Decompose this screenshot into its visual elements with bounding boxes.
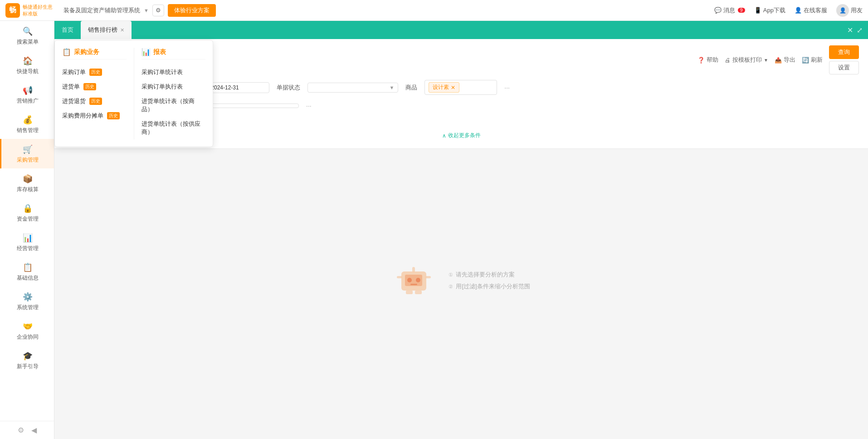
tab-sales-ranking[interactable]: 销售排行榜 ✕ — [81, 21, 132, 39]
tab-close-all-btn[interactable]: ✕ — [847, 26, 853, 35]
message-badge: 9 — [738, 8, 745, 13]
online-service-btn[interactable]: 👤 在线客服 — [795, 6, 827, 15]
hist-badge-2: 历史 — [83, 83, 96, 90]
avatar: 👤 — [836, 4, 849, 17]
goods-tag-close[interactable]: ✕ — [451, 84, 455, 91]
voucher-status-dropdown[interactable]: ▼ — [389, 85, 394, 90]
print-icon: 🖨 — [725, 57, 731, 64]
tab-bar-right: ✕ ⤢ — [847, 26, 868, 35]
message-icon: 💬 — [714, 7, 722, 14]
goods-dots[interactable]: ··· — [504, 84, 510, 91]
tip-num-1: ① — [449, 270, 453, 280]
dropdown-business-title: 📋 采购业务 — [62, 48, 127, 59]
sidebar-item-basic[interactable]: 📋 基础信息 — [0, 257, 54, 286]
operations-icon: 📊 — [23, 233, 33, 243]
purchase-icon: 🛒 — [23, 144, 33, 154]
svg-rect-6 — [397, 276, 402, 278]
svg-point-3 — [416, 278, 420, 282]
logo: 畅 畅捷通好生意 标准版 — [5, 3, 60, 18]
tab-home[interactable]: 首页 — [54, 21, 81, 39]
menu-purchase-order[interactable]: 采购订单 历史 — [62, 65, 127, 79]
sidebar-item-operations[interactable]: 📊 经营管理 — [0, 227, 54, 257]
sidebar-item-marketing[interactable]: 📢 营销推广 — [0, 80, 54, 109]
tip-text-1: 请先选择要分析的方案 — [456, 269, 515, 281]
marketing-icon: 📢 — [23, 85, 33, 95]
sidebar-item-system[interactable]: ⚙️ 系统管理 — [0, 286, 54, 316]
tab-close-icon[interactable]: ✕ — [120, 27, 124, 33]
empty-illustration — [392, 260, 438, 301]
refresh-btn[interactable]: 🔄 刷新 — [802, 56, 823, 64]
sidebar-bottom: ⚙ ◀ — [0, 421, 54, 439]
logo-icon: 畅 — [5, 3, 20, 18]
settings-btn[interactable]: 设置 — [829, 61, 859, 74]
dropdown-col-business: 📋 采购业务 采购订单 历史 进货单 历史 进货退货 历史 采购费用分摊单 历史 — [55, 48, 134, 139]
dropdown-col-report: 📊 报表 采购订单统计表 采购订单执行表 进货单统计表（按商品） 进货单统计表（… — [134, 48, 213, 139]
service-icon: 👤 — [795, 7, 802, 14]
tip-text-2: 用[过滤]条件来缩小分析范围 — [456, 281, 530, 292]
export-icon: 📤 — [775, 57, 782, 64]
enterprise-icon: 🤝 — [23, 321, 33, 331]
sidebar-item-purchase[interactable]: 🛒 采购管理 — [0, 139, 54, 168]
sidebar-collapse-btn[interactable]: ◀ — [31, 426, 37, 434]
report-title-icon: 📊 — [141, 48, 151, 56]
help-btn[interactable]: ❓ 帮助 — [697, 56, 718, 64]
svg-rect-4 — [410, 284, 417, 285]
tab-home-label: 首页 — [62, 26, 73, 34]
print-btn[interactable]: 🖨 按模板打印 ▼ — [725, 56, 768, 64]
basic-icon: 📋 — [23, 262, 33, 272]
date-end-input[interactable] — [206, 82, 269, 93]
topbar-title: 装备及固定资产辅助管理系统 ▼ ⚙ 体验行业方案 — [63, 4, 714, 17]
topbar-settings-btn[interactable]: ⚙ — [152, 5, 164, 16]
menu-inbound[interactable]: 进货单 历史 — [62, 79, 127, 94]
sidebar-settings-btn[interactable]: ⚙ — [18, 426, 24, 434]
sidebar: 🔍 搜索菜单 🏠 快捷导航 📢 营销推广 💰 销售管理 🛒 采购管理 📦 库存核… — [0, 21, 54, 439]
menu-inbound-stats-supplier[interactable]: 进货单统计表（按供应商） — [141, 117, 206, 139]
sidebar-item-capital[interactable]: 🔒 资金管理 — [0, 198, 54, 227]
refresh-icon: 🔄 — [802, 57, 809, 64]
menu-return[interactable]: 进货退货 历史 — [62, 94, 127, 109]
sidebar-item-newbie[interactable]: 🎓 新手引导 — [0, 345, 54, 375]
menu-inbound-stats-goods[interactable]: 进货单统计表（按商品） — [141, 94, 206, 117]
query-btn[interactable]: 查询 — [829, 45, 859, 59]
tab-bar: 首页 销售排行榜 ✕ ✕ ⤢ — [54, 21, 868, 39]
messages-btn[interactable]: 💬 消息 9 — [714, 6, 745, 15]
inventory-icon: 📦 — [23, 174, 33, 184]
sidebar-item-enterprise[interactable]: 🤝 企业协同 — [0, 316, 54, 345]
print-dropdown-icon[interactable]: ▼ — [764, 58, 768, 63]
hist-badge-1: 历史 — [89, 69, 102, 76]
search-icon: 🔍 — [23, 26, 33, 36]
goods-label: 商品 — [405, 84, 417, 92]
title-dropdown-arrow[interactable]: ▼ — [144, 8, 149, 13]
export-btn[interactable]: 📤 导出 — [775, 56, 795, 64]
sidebar-item-quick-nav[interactable]: 🏠 快捷导航 — [0, 50, 54, 80]
tab-sales-ranking-label: 销售排行榜 — [88, 26, 117, 34]
menu-expense[interactable]: 采购费用分摊单 历史 — [62, 109, 127, 123]
system-title: 装备及固定资产辅助管理系统 — [63, 6, 140, 15]
menu-order-exec[interactable]: 采购订单执行表 — [141, 79, 206, 94]
tab-expand-btn[interactable]: ⤢ — [857, 26, 863, 35]
business-title-icon: 📋 — [62, 48, 71, 56]
industry-btn[interactable]: 体验行业方案 — [168, 4, 216, 17]
svg-point-2 — [407, 278, 412, 282]
user-btn[interactable]: 👤 用友 — [836, 4, 863, 17]
salesman-dots[interactable]: ··· — [306, 102, 312, 109]
newbie-icon: 🎓 — [23, 351, 33, 361]
help-icon: ❓ — [697, 57, 705, 64]
goods-tag: 设计素 ✕ — [429, 82, 459, 93]
app-download-btn[interactable]: 📱 App下载 — [754, 6, 785, 15]
topbar-right: 💬 消息 9 📱 App下载 👤 在线客服 👤 用友 — [714, 4, 863, 17]
system-icon: ⚙️ — [23, 292, 33, 302]
hist-badge-3: 历史 — [89, 98, 102, 105]
sidebar-item-inventory[interactable]: 📦 库存核算 — [0, 168, 54, 198]
sidebar-item-sales[interactable]: 💰 销售管理 — [0, 109, 54, 139]
tip-num-2: ② — [449, 281, 453, 291]
menu-order-stats[interactable]: 采购订单统计表 — [141, 65, 206, 79]
capital-icon: 🔒 — [23, 203, 33, 213]
topbar: 畅 畅捷通好生意 标准版 装备及固定资产辅助管理系统 ▼ ⚙ 体验行业方案 💬 … — [0, 0, 868, 21]
svg-rect-7 — [425, 276, 431, 278]
sidebar-item-search[interactable]: 🔍 搜索菜单 — [0, 21, 54, 50]
svg-rect-9 — [415, 291, 422, 294]
mobile-icon: 📱 — [754, 7, 761, 14]
logo-text: 畅捷通好生意 标准版 — [23, 4, 53, 17]
svg-rect-5 — [412, 267, 415, 272]
